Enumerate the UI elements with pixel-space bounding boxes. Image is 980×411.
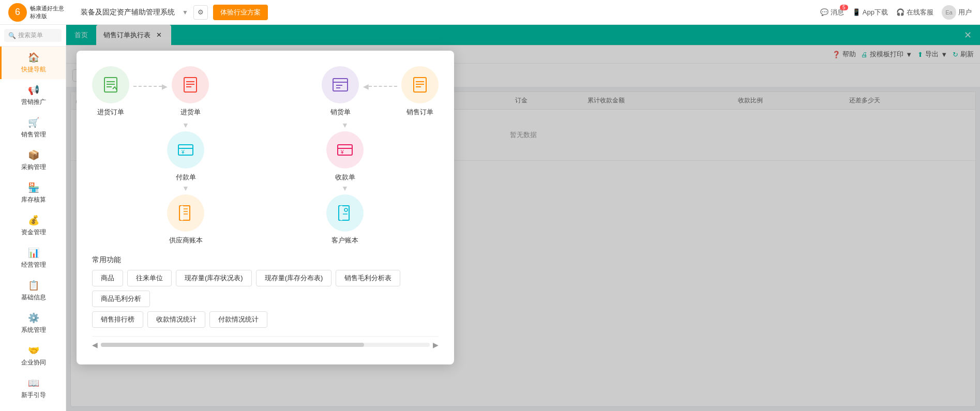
system-name: 装备及固定资产辅助管理系统 bbox=[81, 8, 175, 17]
purchase-order-label: 进货订单 bbox=[97, 108, 124, 117]
search-icon: 🔍 bbox=[8, 32, 16, 39]
sidebar-label-operations: 经营管理 bbox=[21, 261, 46, 269]
app-download-icon: 📱 bbox=[852, 8, 861, 16]
supplier-ledger-label: 供应商账本 bbox=[169, 236, 203, 245]
purchase-bill-circle bbox=[172, 66, 209, 103]
top-right: 💬 5 消息 📱 App下载 🎧 在线客服 Ea 用户 bbox=[820, 5, 972, 20]
app-download-item[interactable]: 📱 App下载 bbox=[852, 8, 888, 17]
sidebar-label-system: 系统管理 bbox=[21, 326, 46, 334]
online-service-label: 在线客服 bbox=[907, 8, 933, 17]
sidebar-item-finance[interactable]: 💰 资金管理 bbox=[0, 209, 66, 242]
svg-rect-24 bbox=[338, 145, 352, 155]
main-area: 🔍 搜索菜单 🏠 快捷导航 📢 营销推广 🛒 销售管理 📦 采购管理 bbox=[0, 25, 980, 411]
sidebar-item-enterprise[interactable]: 🤝 企业协同 bbox=[0, 340, 66, 372]
sidebar-search[interactable]: 🔍 搜索菜单 bbox=[0, 25, 66, 47]
user-item[interactable]: Ea 用户 bbox=[942, 5, 972, 20]
enterprise-icon: 🤝 bbox=[28, 345, 39, 356]
flow-node-customer-ledger[interactable]: 客户账本 bbox=[326, 194, 364, 245]
flow-node-supplier-ledger[interactable]: 供应商账本 bbox=[167, 194, 204, 245]
sidebar-item-basic-info[interactable]: 📋 基础信息 bbox=[0, 275, 66, 307]
svg-rect-20 bbox=[181, 206, 183, 220]
sidebar-item-system[interactable]: ⚙️ 系统管理 bbox=[0, 307, 66, 340]
sidebar-item-purchase[interactable]: 📦 采购管理 bbox=[0, 144, 66, 177]
sidebar-label-inventory: 库存核算 bbox=[21, 195, 46, 204]
scrollbar-track[interactable] bbox=[101, 343, 430, 347]
search-placeholder: 搜索菜单 bbox=[18, 31, 43, 40]
purchase-order-circle bbox=[92, 66, 129, 103]
online-service-item[interactable]: 🎧 在线客服 bbox=[896, 8, 933, 17]
sales-icon: 🛒 bbox=[28, 117, 39, 128]
flow-node-payment[interactable]: ¥ 付款单 bbox=[167, 131, 204, 182]
top-center: 装备及固定资产辅助管理系统 ▼ ⚙ 体验行业方案 bbox=[74, 5, 820, 20]
operations-icon: 📊 bbox=[28, 247, 39, 258]
cf-btn-partners[interactable]: 往来单位 bbox=[127, 270, 172, 286]
guide-icon: 📖 bbox=[28, 377, 39, 389]
scroll-right-button[interactable]: ▶ bbox=[433, 341, 439, 349]
cf-btn-payment-stats[interactable]: 付款情况统计 bbox=[209, 311, 267, 328]
cf-btn-stock-status[interactable]: 现存量(库存状况表) bbox=[176, 270, 252, 286]
settings-icon[interactable]: ⚙ bbox=[193, 5, 208, 20]
arrow-so-sb: ◀ bbox=[359, 82, 401, 90]
flow-node-purchase-bill[interactable]: 进货单 bbox=[172, 66, 209, 117]
inventory-icon: 🏪 bbox=[28, 182, 39, 193]
sales-order-label: 销售订单 bbox=[406, 108, 433, 117]
cf-btn-product[interactable]: 商品 bbox=[92, 270, 123, 286]
receipt-circle: ¥ bbox=[326, 131, 364, 169]
common-function-buttons-row2: 销售排行榜 收款情况统计 付款情况统计 bbox=[92, 311, 439, 328]
sidebar-item-guide[interactable]: 📖 新手引导 bbox=[0, 372, 66, 405]
home-icon: 🏠 bbox=[28, 52, 39, 63]
logo-line1: 畅康通好生意 bbox=[30, 5, 64, 12]
logo-icon: 6 bbox=[8, 3, 27, 22]
svg-rect-28 bbox=[340, 206, 342, 220]
common-function-buttons: 商品 往来单位 现存量(库存状况表) 现存量(库存分布表) 销售毛利分析表 商品… bbox=[92, 270, 439, 307]
payment-label: 付款单 bbox=[176, 173, 196, 182]
purchase-bill-label: 进货单 bbox=[180, 108, 201, 117]
svg-text:¥: ¥ bbox=[340, 149, 344, 155]
trial-button[interactable]: 体验行业方案 bbox=[213, 5, 268, 20]
sidebar-item-marketing[interactable]: 📢 营销推广 bbox=[0, 79, 66, 112]
system-dropdown-icon[interactable]: ▼ bbox=[182, 9, 188, 16]
cf-btn-sales-profit[interactable]: 销售毛利分析表 bbox=[336, 270, 400, 286]
flow-node-purchase-order[interactable]: 进货订单 bbox=[92, 66, 129, 117]
sidebar-label-purchase: 采购管理 bbox=[21, 163, 46, 172]
flow-node-sales-order[interactable]: 销售订单 bbox=[401, 66, 439, 117]
cf-btn-receipt-stats[interactable]: 收款情况统计 bbox=[147, 311, 205, 328]
sidebar-item-inventory[interactable]: 🏪 库存核算 bbox=[0, 177, 66, 209]
app-download-label: App下载 bbox=[863, 8, 888, 17]
scrollbar-area: ◀ ▶ bbox=[92, 336, 439, 349]
flow-node-sales-bill[interactable]: 销货单 bbox=[322, 66, 359, 117]
logo-text: 畅康通好生意 标准版 bbox=[30, 5, 64, 20]
sales-order-circle bbox=[401, 66, 439, 103]
sidebar-item-quick-nav[interactable]: 🏠 快捷导航 bbox=[0, 47, 66, 79]
payment-circle: ¥ bbox=[167, 131, 204, 169]
scrollbar-thumb[interactable] bbox=[101, 343, 364, 347]
avatar: Ea bbox=[942, 5, 956, 20]
quick-nav-modal: 进货订单 ▶ 进 bbox=[77, 51, 454, 364]
sales-bill-circle bbox=[322, 66, 359, 103]
message-item[interactable]: 💬 5 消息 bbox=[820, 8, 844, 17]
cf-btn-stock-dist[interactable]: 现存量(库存分布表) bbox=[256, 270, 332, 286]
flow-node-receipt[interactable]: ¥ 收款单 bbox=[326, 131, 364, 182]
sidebar-item-operations[interactable]: 📊 经营管理 bbox=[0, 242, 66, 275]
svg-rect-16 bbox=[178, 145, 193, 155]
customer-ledger-label: 客户账本 bbox=[331, 236, 358, 245]
sidebar-item-sales[interactable]: 🛒 销售管理 bbox=[0, 112, 66, 144]
content-area: 首页 销售订单执行表 ✕ ✕ ❓ 帮助 🖨 按 bbox=[66, 25, 980, 411]
common-functions-title: 常用功能 bbox=[92, 255, 439, 265]
logo-char: 6 bbox=[15, 7, 20, 18]
user-label: 用户 bbox=[958, 8, 972, 17]
system-icon: ⚙️ bbox=[28, 312, 39, 324]
message-badge: 5 bbox=[840, 5, 848, 10]
cf-btn-sales-ranking[interactable]: 销售排行榜 bbox=[92, 311, 143, 328]
scroll-left-button[interactable]: ◀ bbox=[92, 341, 98, 349]
supplier-ledger-circle bbox=[167, 194, 204, 232]
message-icon: 💬 bbox=[820, 8, 828, 16]
search-input-area[interactable]: 🔍 搜索菜单 bbox=[4, 29, 62, 42]
purchase-bill-col: ▼ ¥ 付款单 ▼ bbox=[167, 121, 204, 245]
sidebar-label-marketing: 营销推广 bbox=[21, 98, 46, 106]
purchase-icon: 📦 bbox=[28, 149, 39, 161]
logo-area: 6 畅康通好生意 标准版 bbox=[8, 3, 74, 22]
common-functions: 常用功能 商品 往来单位 现存量(库存状况表) 现存量(库存分布表) 销售毛利分… bbox=[92, 255, 439, 328]
sidebar-label-basic-info: 基础信息 bbox=[21, 293, 46, 302]
cf-btn-product-profit[interactable]: 商品毛利分析 bbox=[92, 291, 150, 307]
